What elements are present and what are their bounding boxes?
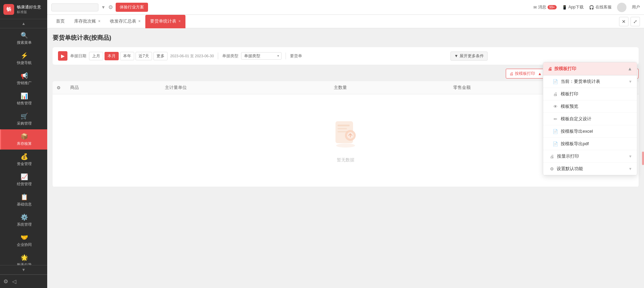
- dropdown-current-template[interactable]: 📄 当前：要货单统计表 ▼: [543, 75, 637, 88]
- col-unit: 主计量单位: [161, 81, 329, 94]
- filter-divider-1: [218, 53, 218, 59]
- message-label: 消息: [538, 4, 546, 10]
- sidebar-nav: 🔍 搜索菜单 ⚡ 快捷导航 📢 营销推广 📊 销售管理 🛒 采购管理 📦 库存核…: [0, 28, 47, 265]
- app-download-icon: 📱: [562, 5, 567, 10]
- app-logo-icon: 畅: [3, 4, 14, 15]
- sidebar-item-finance[interactable]: 💰 资金管理: [0, 150, 47, 170]
- type-filter-label: 单据类型: [222, 53, 238, 59]
- sidebar-item-quick-nav[interactable]: ⚡ 快捷导航: [0, 49, 47, 69]
- app-edition: 标准版: [17, 10, 41, 14]
- sidebar-item-enterprise[interactable]: 🤝 企业协同: [0, 230, 47, 251]
- username-label: 用户: [632, 4, 640, 10]
- sidebar-item-marketing[interactable]: 📢 营销推广: [0, 69, 47, 89]
- sidebar-item-guide[interactable]: 🌟 新手引导: [0, 251, 47, 265]
- dropdown-item-template-preview[interactable]: 👁 模板预览: [543, 100, 637, 113]
- purchase-icon: 🛒: [21, 113, 28, 120]
- print-template-btn[interactable]: 🖨 按模板打印 ▲: [506, 69, 546, 78]
- sidebar-item-system[interactable]: ⚙️ 系统管理: [0, 210, 47, 230]
- date-btn-this-year[interactable]: 本年: [120, 52, 134, 60]
- tab-inventory-batch-label: 库存批次账: [74, 18, 96, 24]
- template-custom-icon: ✏: [553, 117, 558, 122]
- sidebar-scroll-up[interactable]: ▲: [19, 21, 28, 27]
- dropdown-item-template-excel[interactable]: 📄 按模板导出excel: [543, 125, 637, 138]
- current-template-icon: 📄: [553, 79, 558, 84]
- goods-filter-label: 要货单: [290, 53, 302, 59]
- sidebar-scroll-down[interactable]: ▼: [19, 267, 28, 273]
- tabs-bar: 首页 库存批次账 × 收发存汇总表 × 要货单统计表 × ✕ ⤢: [47, 15, 644, 28]
- tab-receipts-summary-close[interactable]: ×: [138, 19, 141, 24]
- message-icon: ✉: [533, 5, 537, 10]
- page-title: 要货单统计表(按商品): [53, 34, 639, 42]
- resize-handle[interactable]: [642, 152, 644, 165]
- dropdown-item-template-print[interactable]: 🖨 模板打印: [543, 88, 637, 100]
- sidebar-item-purchase-label: 采购管理: [17, 121, 32, 126]
- online-service-label: 在线客服: [595, 4, 612, 10]
- tab-home[interactable]: 首页: [51, 15, 69, 28]
- type-select-wrap: 单据类型: [241, 52, 282, 60]
- quick-nav-icon: ⚡: [21, 52, 28, 59]
- dropdown-item-template-pdf[interactable]: 📄 按模板导出pdf: [543, 138, 637, 150]
- tab-receipts-summary[interactable]: 收发存汇总表 ×: [105, 15, 145, 28]
- filter-toggle-btn[interactable]: ▶: [58, 51, 67, 61]
- tab-inventory-batch[interactable]: 库存批次账 ×: [69, 15, 105, 28]
- headset-icon: 🎧: [589, 5, 594, 10]
- dropdown-title-text: 按模板打印: [554, 66, 576, 72]
- online-service-item[interactable]: 🎧 在线客服: [589, 4, 612, 10]
- tab-order-stats[interactable]: 要货单统计表 ×: [145, 15, 185, 28]
- sidebar-item-operations[interactable]: 📈 经营管理: [0, 170, 47, 190]
- empty-text: 暂无数据: [337, 157, 354, 163]
- app-download-item[interactable]: 📱 App下载: [562, 4, 584, 10]
- sidebar-item-finance-label: 资金管理: [17, 161, 32, 166]
- sidebar-item-sales[interactable]: 📊 销售管理: [0, 89, 47, 109]
- user-avatar[interactable]: [617, 3, 626, 12]
- message-item[interactable]: ✉ 消息 99+: [533, 4, 557, 10]
- date-range-display: 2023-06-01 至 2023-06-30: [170, 54, 214, 59]
- date-btn-more[interactable]: 更多: [153, 52, 168, 60]
- print-dropdown-arrow: ▲: [538, 71, 542, 76]
- topbar-search-input[interactable]: [51, 3, 98, 11]
- set-default-label: 设置默认功能: [557, 166, 583, 172]
- date-btn-7days[interactable]: 近7天: [136, 52, 152, 60]
- template-custom-label: 模板自定义设计: [561, 116, 591, 122]
- settings-gear-icon[interactable]: ⚙: [57, 85, 61, 90]
- search-icon: 🔍: [21, 32, 28, 39]
- svg-rect-3: [338, 128, 347, 129]
- dropdown-item-template-custom[interactable]: ✏ 模板自定义设计: [543, 113, 637, 125]
- current-template-label: 当前：要货单统计表: [561, 78, 600, 85]
- tab-maximize-icon[interactable]: ⤢: [631, 17, 640, 26]
- set-default-arrow: ▼: [628, 167, 632, 171]
- sales-icon: 📊: [21, 92, 28, 100]
- app-download-label: App下载: [568, 4, 584, 10]
- tab-order-stats-close[interactable]: ×: [178, 19, 181, 24]
- sound-bottom-icon[interactable]: ◁: [12, 278, 16, 285]
- topbar-gear-icon[interactable]: ⚙: [108, 4, 113, 10]
- sidebar-item-sales-label: 销售管理: [17, 101, 32, 106]
- tab-close-all-icon[interactable]: ✕: [619, 17, 628, 26]
- expand-filter-btn[interactable]: ▼ 展开更多条件: [450, 52, 488, 61]
- expand-label: 展开更多条件: [460, 53, 484, 59]
- topbar-dropdown-arrow[interactable]: ▼: [101, 5, 106, 10]
- col-settings[interactable]: ⚙: [53, 81, 66, 94]
- display-print-arrow: ▼: [628, 154, 632, 158]
- dropdown-close-btn[interactable]: ▲: [627, 66, 632, 71]
- marketing-icon: 📢: [21, 72, 28, 79]
- industry-solution-button[interactable]: 体验行业方案: [116, 3, 148, 12]
- sidebar-item-purchase[interactable]: 🛒 采购管理: [0, 109, 47, 129]
- sidebar-item-search[interactable]: 🔍 搜索菜单: [0, 28, 47, 49]
- date-btn-this-month[interactable]: 本月: [105, 52, 119, 60]
- dropdown-item-set-default[interactable]: ⚙ 设置默认功能 ▼: [543, 163, 637, 175]
- date-filter-group: 上月 本月 本年 近7天 更多 2023-06-01 至 2023-06-30: [89, 52, 214, 60]
- sidebar-item-basics[interactable]: 📋 基础信息: [0, 190, 47, 210]
- sidebar-item-inventory[interactable]: 📦 库存核算: [0, 129, 47, 150]
- date-filter-label: 单据日期: [70, 53, 86, 59]
- app-name: 畅康通好生意: [17, 4, 41, 10]
- date-btn-last-month[interactable]: 上月: [89, 52, 103, 60]
- dropdown-item-display-print[interactable]: 🖨 按显示打印 ▼: [543, 150, 637, 163]
- tab-inventory-batch-close[interactable]: ×: [98, 19, 100, 24]
- tabs-right-controls: ✕ ⤢: [619, 17, 640, 26]
- type-select[interactable]: 单据类型: [241, 52, 282, 60]
- expand-icon: ▼: [454, 54, 458, 58]
- svg-point-0: [336, 143, 355, 148]
- template-print-icon: 🖨: [553, 92, 558, 97]
- settings-bottom-icon[interactable]: ⚙: [3, 278, 8, 285]
